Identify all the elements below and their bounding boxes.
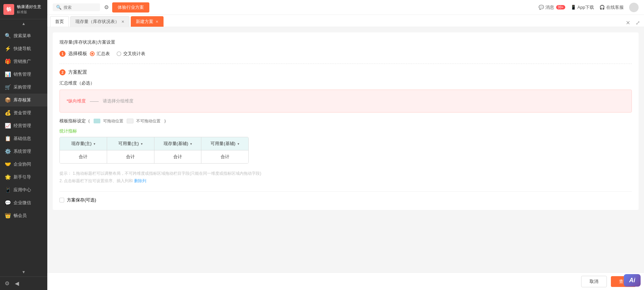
topbar-actions: ⚙ 体验行业方案 [104, 2, 535, 13]
dimension-row: *纵向维度 —— 请选择分组维度 [67, 98, 133, 104]
topbar: 🔍 ⚙ 体验行业方案 💬 消息 99+ 📱 App下载 🎧 在线客服 [47, 0, 644, 15]
dimension-box[interactable]: *纵向维度 —— 请选择分组维度 [59, 90, 632, 113]
stats-col4-header[interactable]: 可用量(基辅) ▾ [201, 137, 248, 150]
inventory-status-tab-label: 现存量（库存状况表） [75, 19, 119, 25]
home-tab-label: 首页 [55, 19, 64, 25]
collapse-sidebar-icon[interactable]: ◀ [15, 280, 19, 287]
sidebar-item-label: 畅会员 [14, 213, 27, 219]
window-controls: ✕ ⤢ [624, 19, 641, 27]
indicator-label-suffix: ） [164, 118, 168, 124]
system-icon: ⚙️ [5, 148, 11, 154]
draggable-legend-label: 可拖动位置 [103, 118, 123, 124]
user-avatar[interactable] [629, 3, 639, 12]
stats-col3-header[interactable]: 现存量(基辅) ▾ [154, 137, 202, 150]
sidebar-item-label: 应用中心 [14, 187, 31, 193]
app-download-label: App下载 [577, 4, 594, 10]
app-name: 畅康通好生意 [17, 4, 41, 10]
sidebar-item-purchase[interactable]: 🛒 采购管理 [0, 81, 47, 94]
cancel-button[interactable]: 取消 [581, 276, 607, 287]
sidebar-item-sales[interactable]: 📊 销售管理 [0, 68, 47, 81]
sidebar-footer: ⚙ ◀ [0, 276, 47, 290]
stats-header-row: 现存量(主) ▾ 可用量(主) ▾ 现存量(基辅) ▾ [60, 137, 248, 150]
sidebar-nav: 🔍 搜索菜单 ⚡ 快捷导航 🎁 营销推广 📊 销售管理 🛒 采购管理 📦 库存核… [0, 28, 47, 268]
sidebar-item-marketing[interactable]: 🎁 营销推广 [0, 55, 47, 68]
sidebar-item-label: 基础信息 [14, 136, 31, 142]
search-input[interactable] [64, 5, 91, 10]
message-button[interactable]: 💬 消息 99+ [539, 4, 565, 10]
topbar-right: 💬 消息 99+ 📱 App下载 🎧 在线客服 [539, 3, 639, 12]
sidebar-item-enterprise-wechat[interactable]: 💬 企业微信 [0, 196, 47, 209]
indicator-label: 模板指标设定（ 可拖动位置 不可拖动位置 ） [59, 118, 632, 124]
inventory-status-tab-close[interactable]: ✕ [121, 20, 124, 24]
stats-col2-header[interactable]: 可用量(主) ▾ [107, 137, 154, 150]
headset-icon: 🎧 [599, 5, 605, 10]
app-logo-icon: 畅 [3, 4, 14, 15]
tab-inventory-status[interactable]: 现存量（库存状况表） ✕ [70, 16, 129, 27]
sidebar-item-member[interactable]: 👑 畅会员 [0, 209, 47, 222]
content-area: 现存量(库存状况表)方案设置 1 选择模板 汇总表 交叉统计表 [47, 27, 644, 272]
sidebar-item-enterprise[interactable]: 🤝 企业协同 [0, 158, 47, 171]
save-checkbox[interactable] [59, 198, 64, 202]
sidebar-item-label: 销售管理 [14, 71, 31, 77]
stats-col1-header[interactable]: 现存量(主) ▾ [60, 137, 107, 150]
search-box[interactable]: 🔍 [53, 3, 100, 11]
main-content: 🔍 ⚙ 体验行业方案 💬 消息 99+ 📱 App下载 🎧 在线客服 [47, 0, 644, 290]
new-plan-tab-close[interactable]: ✕ [155, 20, 158, 24]
col3-chevron-icon: ▾ [190, 142, 192, 146]
expand-window-button[interactable]: ⤢ [634, 19, 641, 27]
search-menu-icon: 🔍 [5, 33, 11, 39]
enterprise-wechat-icon: 💬 [5, 200, 11, 206]
sidebar-item-basic-info[interactable]: 📋 基础信息 [0, 132, 47, 145]
save-option-label: 方案保存(可选) [67, 197, 96, 203]
step1-header: 1 选择模板 汇总表 交叉统计表 [59, 51, 632, 57]
scroll-up-arrow[interactable]: ▲ [21, 21, 26, 27]
online-service-button[interactable]: 🎧 在线客服 [599, 4, 624, 10]
radio-crosstab-dot [117, 51, 121, 56]
stats-col1-data: 合计 [60, 150, 107, 163]
radio-summary[interactable]: 汇总表 [90, 51, 110, 57]
stats-col2-label: 可用量(主) [118, 141, 139, 147]
basic-info-icon: 📋 [5, 136, 11, 142]
tab-home[interactable]: 首页 [50, 16, 69, 27]
app-center-icon: 📱 [5, 187, 11, 193]
ai-badge[interactable]: Ai [624, 274, 641, 287]
sales-icon: 📊 [5, 71, 11, 77]
radio-crosstab[interactable]: 交叉统计表 [117, 51, 145, 57]
sidebar-item-label: 新手引导 [14, 174, 31, 180]
step2-header: 2 方案配置 [59, 69, 632, 75]
dimension-placeholder: 请选择分组维度 [103, 98, 133, 104]
sidebar-item-label: 经营管理 [14, 123, 31, 129]
radio-summary-label: 汇总表 [97, 51, 110, 57]
step2-badge: 2 [59, 69, 66, 75]
search-icon: 🔍 [56, 5, 61, 10]
tip2: 2. 点击标题栏下拉可设置排序、插入列和 删除列 [59, 177, 632, 185]
sidebar-item-newcomer[interactable]: 🌟 新手引导 [0, 171, 47, 184]
sidebar-item-label: 企业微信 [14, 200, 31, 206]
tab-new-plan[interactable]: 新建方案 ✕ [131, 16, 164, 27]
step2-title: 方案配置 [68, 69, 87, 75]
sidebar-item-operations[interactable]: 📈 经营管理 [0, 119, 47, 132]
step2-section: 2 方案配置 汇总维度（必选） *纵向维度 —— 请选择分组维度 [59, 69, 632, 185]
message-label: 消息 [545, 4, 554, 10]
sidebar-item-system[interactable]: ⚙️ 系统管理 [0, 145, 47, 158]
sidebar-item-inventory[interactable]: 📦 库存核算 [0, 94, 47, 106]
sidebar-item-label: 企业协同 [14, 161, 31, 167]
close-window-button[interactable]: ✕ [624, 19, 631, 27]
settings-footer-icon[interactable]: ⚙ [5, 280, 9, 287]
sidebar-item-label: 营销推广 [14, 58, 31, 65]
sidebar-item-finance[interactable]: 💰 资金管理 [0, 106, 47, 119]
draggable-legend-box [94, 119, 100, 123]
sidebar-item-app-center[interactable]: 📱 应用中心 [0, 184, 47, 196]
topbar-gear-icon[interactable]: ⚙ [104, 4, 109, 10]
app-download-button[interactable]: 📱 App下载 [571, 4, 594, 10]
tabs-bar: 首页 现存量（库存状况表） ✕ 新建方案 ✕ ✕ ⤢ [47, 15, 644, 27]
trial-button[interactable]: 体验行业方案 [112, 2, 149, 13]
col1-chevron-icon: ▾ [94, 142, 95, 146]
newcomer-icon: 🌟 [5, 174, 11, 180]
sidebar-item-quick-nav[interactable]: ⚡ 快捷导航 [0, 42, 47, 55]
scroll-down-arrow[interactable]: ▼ [21, 269, 26, 275]
indicator-label-text: 模板指标设定（ [59, 118, 90, 124]
tip2-link[interactable]: 删除列 [134, 178, 146, 183]
sidebar-item-search[interactable]: 🔍 搜索菜单 [0, 29, 47, 42]
indicator-settings: 模板指标设定（ 可拖动位置 不可拖动位置 ） 统计指标 [59, 118, 632, 165]
